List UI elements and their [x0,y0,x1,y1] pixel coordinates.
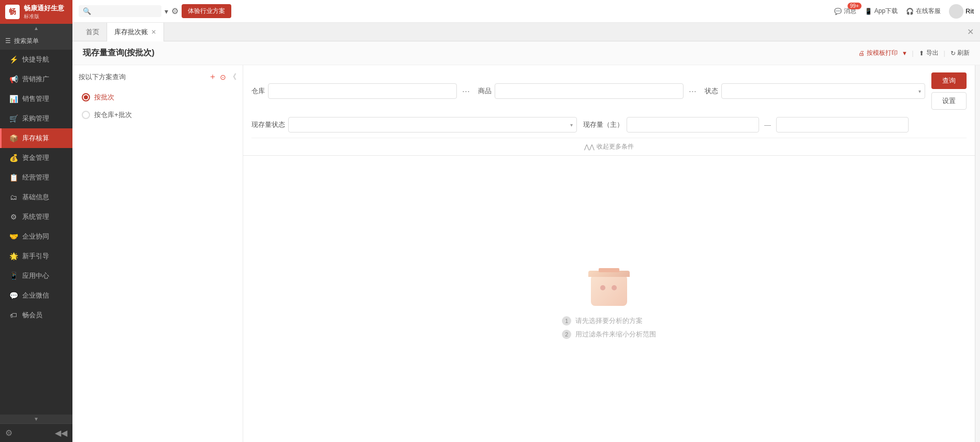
avatar [949,4,963,19]
stock-qty-label: 现存量（主） [583,120,623,129]
filter-option-label: 按批次 [94,93,114,102]
warehouse-dots-btn[interactable]: ··· [460,86,472,97]
content-area: 现存量查询(按批次) 🖨 按模板打印 ▾ | ⬆ 导出 | ↻ 刷新 [72,41,980,442]
sidebar-item-member[interactable]: 🏷 畅会员 [0,305,72,325]
tip-num-1: 1 [562,316,571,326]
user-name: Rit [966,7,974,15]
query-btn[interactable]: 查询 [931,72,967,89]
filter-option-by-warehouse-batch[interactable]: 按仓库+批次 [79,106,236,124]
app-download-label: App下载 [874,7,898,16]
content-header: 现存量查询(按批次) 🖨 按模板打印 ▾ | ⬆ 导出 | ↻ 刷新 [72,41,980,65]
sidebar-item-label: 企业协同 [22,232,49,241]
sidebar-item-label: 快捷导航 [22,55,49,64]
close-panel-btn[interactable]: ✕ [967,27,974,37]
sidebar-item-label: 畅会员 [22,311,42,320]
sidebar-item-app-center[interactable]: 📱 应用中心 [0,266,72,286]
sidebar-item-newbie[interactable]: 🌟 新手引导 [0,246,72,266]
refresh-btn[interactable]: ↻ 刷新 [951,49,970,57]
tab-inventory-batch-label: 库存批次账 [114,27,148,37]
print-dropdown-icon[interactable]: ▾ [903,49,907,57]
sidebar-item-label: 应用中心 [22,271,49,281]
filter-sidebar-header: 按以下方案查询 ＋ ⊙ 《 [79,71,236,82]
sidebar-scroll-down[interactable]: ▼ [0,415,72,423]
content-body: 按以下方案查询 ＋ ⊙ 《 按批次 [72,65,980,442]
export-btn[interactable]: ⬆ 导出 [919,49,939,57]
product-label: 商品 [478,86,492,96]
sidebar-item-enterprise[interactable]: 🤝 企业协同 [0,227,72,246]
topbar-gear-icon[interactable]: ⚙ [171,6,179,16]
sidebar-search-label: 搜索菜单 [14,37,39,46]
export-icon: ⬆ [919,50,924,57]
tip-text-1: 请先选择要分析的方案 [575,316,643,326]
stock-status-select[interactable]: 全部 有库存 无库存 [288,117,577,132]
search-icon: ☰ [5,37,11,45]
add-filter-btn[interactable]: ＋ [209,71,217,82]
warehouse-label: 仓库 [251,86,265,96]
app-logo: 畅 [5,5,20,19]
filter-option-by-batch[interactable]: 按批次 [79,89,236,106]
topbar-search-icon: 🔍 [83,7,91,15]
stock-qty-to[interactable] [776,117,909,132]
customer-service-action[interactable]: 🎧 在线客服 [906,7,941,16]
sidebar-item-finance[interactable]: 💰 资金管理 [0,148,72,168]
topbar-search-input[interactable] [94,8,136,15]
tip-num-2: 2 [562,330,571,339]
product-input[interactable] [495,83,684,99]
stock-qty-from[interactable] [627,117,759,132]
main-area: 🔍 ▾ ⚙ 体验行业方案 💬 消息 99+ 📱 App下载 🎧 在线客服 [72,0,980,442]
tab-home[interactable]: 首页 [79,23,107,41]
topbar-dropdown-icon[interactable]: ▾ [165,7,168,16]
app-center-icon: 📱 [9,271,18,281]
sidebar-item-label: 库存核算 [22,134,49,143]
tab-close-icon[interactable]: ✕ [151,28,156,36]
trial-btn[interactable]: 体验行业方案 [182,4,231,18]
sidebar-item-purchase[interactable]: 🛒 采购管理 [0,109,72,128]
sidebar-item-marketing[interactable]: 📢 营销推广 [0,69,72,89]
settings-btn[interactable]: 设置 [931,92,967,110]
filter-radio-warehouse-batch [82,111,90,119]
status-select[interactable]: 全部 正常 停用 [721,83,925,99]
content-actions: 🖨 按模板打印 ▾ | ⬆ 导出 | ↻ 刷新 [858,49,970,57]
sidebar-item-quick-nav[interactable]: ⚡ 快捷导航 [0,50,72,69]
message-action[interactable]: 💬 消息 99+ [834,7,856,16]
sidebar-item-operation[interactable]: 📋 经营管理 [0,168,72,187]
sidebar-bottom: ⚙ ◀◀ [0,423,72,442]
phone-icon: 📱 [865,8,872,15]
sidebar-item-label: 系统管理 [22,212,49,222]
sidebar-item-system[interactable]: ⚙ 系统管理 [0,207,72,227]
print-template-btn[interactable]: 🖨 按模板打印 [858,49,898,57]
sidebar-scroll-up[interactable]: ▲ [0,24,72,33]
tab-inventory-batch[interactable]: 库存批次账 ✕ [107,23,164,41]
operation-icon: 📋 [9,173,18,182]
collapse-more-btn[interactable]: ⋀⋀ 收起更多条件 [251,138,967,155]
app-download-action[interactable]: 📱 App下载 [865,7,898,16]
sidebar-item-label: 经营管理 [22,173,49,182]
topbar: 🔍 ▾ ⚙ 体验行业方案 💬 消息 99+ 📱 App下载 🎧 在线客服 [72,0,980,23]
divider: | [912,49,913,57]
topbar-search-box[interactable]: 🔍 [79,5,161,17]
empty-state: 1 请先选择要分析的方案 2 用过滤条件来缩小分析范围 [243,156,975,442]
range-dash: — [762,121,773,129]
sidebar-item-sales[interactable]: 📊 销售管理 [0,89,72,109]
sidebar-item-inventory[interactable]: 📦 库存核算 [0,128,72,148]
sidebar: 畅 畅康通好生意 标准版 ▲ ☰ 搜索菜单 ⚡ 快捷导航 📢 营销推广 📊 销售… [0,0,72,442]
filter-sidebar-title: 按以下方案查询 [79,72,126,82]
collapse-sidebar-icon[interactable]: ◀◀ [55,428,67,438]
warehouse-input[interactable] [268,83,457,99]
app-title: 畅康通好生意 标准版 [24,4,64,20]
tab-bar: 首页 库存批次账 ✕ ✕ [72,23,980,41]
product-dots-btn[interactable]: ··· [687,86,699,97]
filter-collapse-icon[interactable]: 《 [229,72,236,82]
sidebar-item-label: 采购管理 [22,114,49,123]
sidebar-item-wechat[interactable]: 💬 企业微信 [0,286,72,305]
filter-settings-icon[interactable]: ⊙ [220,73,226,81]
sidebar-search[interactable]: ☰ 搜索菜单 [0,33,72,50]
sidebar-item-label: 企业微信 [22,291,49,300]
message-icon: 💬 [834,8,842,15]
sidebar-nav: ⚡ 快捷导航 📢 营销推广 📊 销售管理 🛒 采购管理 📦 库存核算 💰 资金管… [0,50,72,415]
refresh-icon: ↻ [951,50,956,57]
user-menu[interactable]: Rit [949,4,974,19]
sidebar-item-basic[interactable]: 🗂 基础信息 [0,187,72,207]
settings-icon[interactable]: ⚙ [5,428,12,438]
filter-and-table: 按以下方案查询 ＋ ⊙ 《 按批次 [72,65,980,442]
